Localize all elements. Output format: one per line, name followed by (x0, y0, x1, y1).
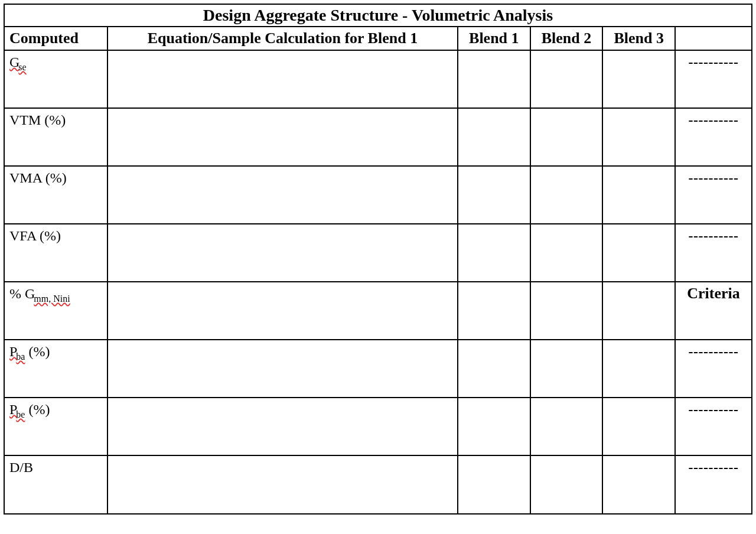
header-blend1: Blend 1 (458, 27, 530, 50)
cell-eq (107, 398, 458, 455)
cell-b3 (602, 50, 675, 108)
cell-b1 (458, 166, 530, 224)
table-row: Gse---------- (5, 50, 751, 108)
table-row: VFA (%)---------- (5, 224, 751, 282)
table-head: Computed Equation/Sample Calculation for… (5, 27, 751, 50)
table-row: VTM (%)---------- (5, 108, 751, 166)
data-table: Computed Equation/Sample Calculation for… (5, 27, 751, 513)
cell-b2 (530, 224, 603, 282)
table-body: Gse----------VTM (%)----------VMA (%)---… (5, 50, 751, 513)
row-label: VMA (%) (5, 166, 107, 224)
cell-last: ---------- (675, 340, 751, 398)
header-blend3: Blend 3 (602, 27, 675, 50)
cell-b3 (602, 108, 675, 166)
row-label-sub: mm, Nini (34, 294, 70, 304)
cell-eq (107, 340, 458, 398)
row-label-sub: se (18, 62, 26, 72)
row-label-suffix: (%) (25, 402, 50, 417)
cell-b2 (530, 340, 603, 398)
cell-b3 (602, 166, 675, 224)
row-label: D/B (5, 455, 107, 513)
cell-b1 (458, 282, 530, 340)
row-label-main: VFA (%) (9, 228, 61, 243)
row-label-main: % G (9, 286, 35, 301)
header-row: Computed Equation/Sample Calculation for… (5, 27, 751, 50)
cell-last: ---------- (675, 224, 751, 282)
table-row: % Gmm, NiniCriteria (5, 282, 751, 340)
cell-b1 (458, 224, 530, 282)
cell-b1 (458, 50, 530, 108)
row-label: % Gmm, Nini (5, 282, 107, 340)
cell-last: ---------- (675, 50, 751, 108)
row-label-main: D/B (9, 460, 33, 475)
header-last (675, 27, 751, 50)
cell-b2 (530, 166, 603, 224)
cell-last: ---------- (675, 398, 751, 455)
cell-eq (107, 224, 458, 282)
table-row: Pbe (%)---------- (5, 398, 751, 455)
cell-b3 (602, 398, 675, 455)
cell-eq (107, 50, 458, 108)
cell-last: ---------- (675, 166, 751, 224)
volumetric-analysis-table: Design Aggregate Structure - Volumetric … (4, 4, 752, 515)
cell-b1 (458, 108, 530, 166)
cell-b2 (530, 398, 603, 455)
row-label: Pbe (%) (5, 398, 107, 455)
row-label: VFA (%) (5, 224, 107, 282)
row-label: Pba (%) (5, 340, 107, 398)
cell-last: Criteria (675, 282, 751, 340)
row-label: Gse (5, 50, 107, 108)
cell-b3 (602, 224, 675, 282)
cell-last: ---------- (675, 455, 751, 513)
cell-b2 (530, 50, 603, 108)
cell-eq (107, 108, 458, 166)
cell-b2 (530, 108, 603, 166)
cell-b3 (602, 282, 675, 340)
table-title: Design Aggregate Structure - Volumetric … (5, 5, 751, 27)
cell-eq (107, 166, 458, 224)
table-row: D/B---------- (5, 455, 751, 513)
cell-last: ---------- (675, 108, 751, 166)
cell-b2 (530, 282, 603, 340)
table-row: Pba (%)---------- (5, 340, 751, 398)
table-row: VMA (%)---------- (5, 166, 751, 224)
header-equation: Equation/Sample Calculation for Blend 1 (107, 27, 458, 50)
cell-b2 (530, 455, 603, 513)
cell-b1 (458, 455, 530, 513)
cell-b3 (602, 340, 675, 398)
cell-b3 (602, 455, 675, 513)
header-blend2: Blend 2 (530, 27, 603, 50)
header-computed: Computed (5, 27, 107, 50)
row-label-suffix: (%) (25, 344, 50, 359)
row-label-main: VTM (%) (9, 112, 66, 128)
row-label-sub: be (16, 409, 25, 419)
cell-b1 (458, 340, 530, 398)
cell-eq (107, 282, 458, 340)
row-label-sub: ba (16, 351, 25, 362)
cell-b1 (458, 398, 530, 455)
cell-eq (107, 455, 458, 513)
row-label: VTM (%) (5, 108, 107, 166)
row-label-main: VMA (%) (9, 170, 67, 185)
